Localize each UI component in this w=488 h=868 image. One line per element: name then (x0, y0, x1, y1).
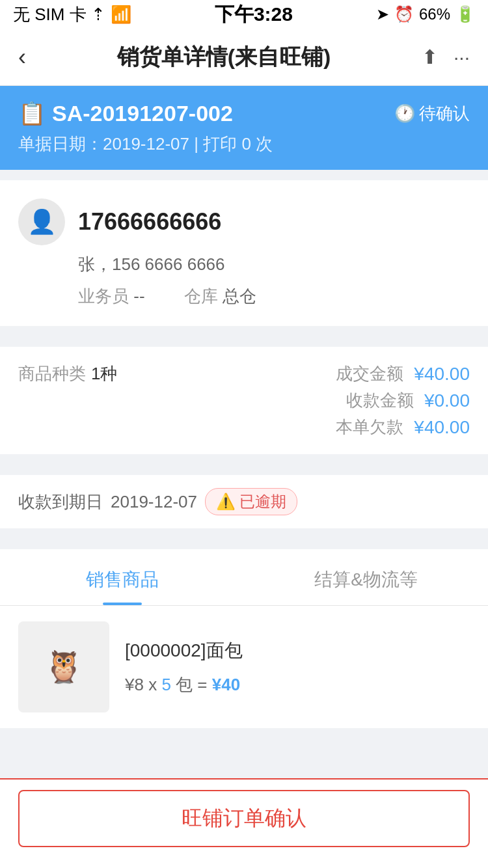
customer-meta: 业务员 -- 仓库 总仓 (18, 285, 470, 308)
transaction-label: 成交金额 (336, 362, 403, 385)
price-total: ¥40 (212, 675, 240, 694)
salesperson-label: 业务员 (78, 286, 129, 306)
nav-bar: ‹ 销货单详情(来自旺铺) ⬆ ··· (0, 29, 488, 86)
page-title: 销货单详情(来自旺铺) (117, 42, 331, 72)
tabs-section: 销售商品 结算&物流等 🦉 [0000002]面包 ¥8 x 5 包 = ¥40 (0, 549, 488, 728)
product-type-value: 1种 (91, 362, 117, 385)
order-id: 📋 SA-20191207-002 (18, 100, 233, 126)
product-name: [0000002]面包 (125, 638, 470, 663)
status-bar: 无 SIM 卡 ⇡ 📶 下午3:28 ➤ ⏰ 66% 🔋 (0, 0, 488, 29)
payment-label: 收款金额 (346, 389, 414, 412)
order-status: 🕐 待确认 (394, 102, 470, 125)
payment-value: ¥0.00 (424, 390, 470, 411)
product-item: 🦉 [0000002]面包 ¥8 x 5 包 = ¥40 (18, 621, 470, 712)
product-section: 🦉 [0000002]面包 ¥8 x 5 包 = ¥40 (0, 606, 488, 728)
warehouse-name: 总仓 (223, 286, 256, 306)
confirm-order-button[interactable]: 旺铺订单确认 (18, 790, 470, 847)
status-time: 下午3:28 (215, 1, 293, 28)
product-type-row: 商品种类 1种 (18, 362, 117, 385)
order-icon: 📋 (18, 100, 46, 126)
avatar-icon: 👤 (27, 208, 57, 236)
price-separator: x (148, 675, 161, 694)
status-right: ➤ ⏰ 66% 🔋 (376, 5, 475, 23)
payment-amount-row: 收款金额 ¥0.00 (346, 389, 470, 412)
divider-3 (0, 528, 488, 539)
divider-2 (0, 454, 488, 465)
tab-sales-products[interactable]: 销售商品 (0, 549, 244, 605)
balance-label: 本单欠款 (336, 416, 403, 439)
customer-row: 👤 17666666666 (18, 198, 470, 245)
product-type-label: 商品种类 (18, 362, 86, 385)
more-icon[interactable]: ··· (454, 46, 470, 68)
status-left: 无 SIM 卡 ⇡ 📶 (13, 3, 131, 26)
amounts-col: 成交金额 ¥40.00 收款金额 ¥0.00 本单欠款 ¥40.00 (336, 362, 470, 439)
transaction-value: ¥40.00 (414, 364, 470, 385)
wifi-icon: 📶 (111, 5, 131, 25)
back-button[interactable]: ‹ (18, 44, 26, 71)
battery-level: 66% (419, 5, 450, 23)
location-icon: ➤ (376, 5, 389, 23)
price-unit: ¥8 (125, 675, 144, 694)
product-info: [0000002]面包 ¥8 x 5 包 = ¥40 (125, 638, 470, 696)
alarm-icon: ⏰ (394, 5, 414, 23)
overdue-label: 已逾期 (239, 491, 286, 512)
balance-due-row: 本单欠款 ¥40.00 (336, 416, 470, 439)
price-qty: 5 (161, 675, 170, 694)
summary-section: 商品种类 1种 成交金额 ¥40.00 收款金额 ¥0.00 本单欠款 ¥40.… (0, 347, 488, 454)
sim-status: 无 SIM 卡 ⇡ (13, 3, 105, 26)
balance-value: ¥40.00 (414, 417, 470, 438)
warning-icon: ⚠️ (216, 493, 236, 511)
product-image: 🦉 (18, 621, 109, 712)
customer-name-phone: 张，156 6666 6666 (18, 253, 470, 276)
divider-1 (0, 326, 488, 336)
order-header-card: 📋 SA-20191207-002 🕐 待确认 单据日期：2019-12-07 … (0, 86, 488, 170)
tabs-row: 销售商品 结算&物流等 (0, 549, 488, 606)
product-price: ¥8 x 5 包 = ¥40 (125, 673, 470, 696)
clock-icon: 🕐 (394, 103, 415, 124)
bottom-bar: 旺铺订单确认 (0, 778, 488, 868)
due-date-section: 收款到期日 2019-12-07 ⚠️ 已逾期 (0, 475, 488, 528)
avatar: 👤 (18, 198, 65, 245)
share-icon[interactable]: ⬆ (422, 46, 438, 68)
product-img-placeholder: 🦉 (44, 649, 83, 685)
overdue-badge: ⚠️ 已逾期 (205, 488, 297, 515)
customer-section: 👤 17666666666 张，156 6666 6666 业务员 -- 仓库 … (0, 180, 488, 326)
salesperson-dash: -- (133, 286, 144, 306)
tab-settlement-logistics[interactable]: 结算&物流等 (244, 549, 488, 605)
nav-actions: ⬆ ··· (422, 46, 470, 68)
transaction-amount-row: 成交金额 ¥40.00 (336, 362, 470, 385)
price-unit-label: 包 (176, 675, 193, 694)
due-date-value: 2019-12-07 (111, 492, 197, 512)
customer-phone: 17666666666 (78, 208, 221, 236)
battery-icon: 🔋 (455, 5, 475, 23)
order-date: 单据日期：2019-12-07 | 打印 0 次 (18, 133, 470, 156)
warehouse-label: 仓库 (184, 286, 218, 306)
price-equals: = (197, 675, 211, 694)
due-date-label: 收款到期日 (18, 491, 103, 513)
